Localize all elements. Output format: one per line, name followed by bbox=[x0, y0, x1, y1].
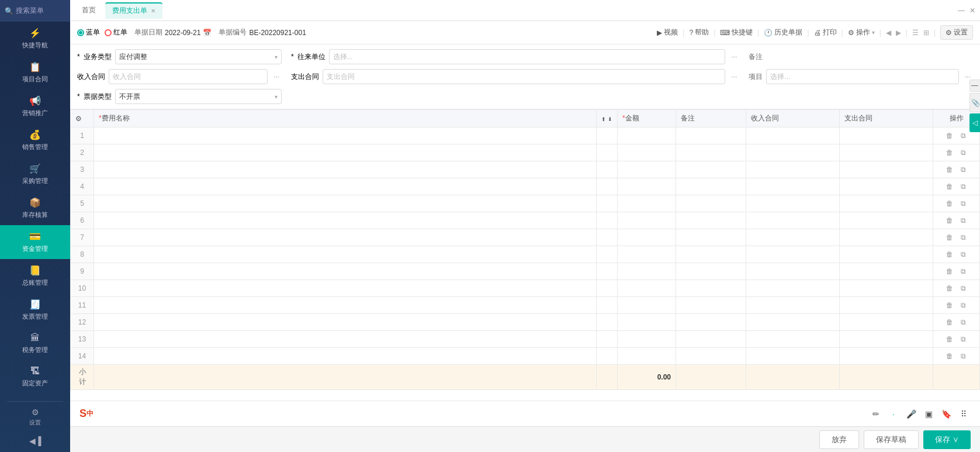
business-type-select[interactable]: 应付调整 ▾ bbox=[115, 49, 282, 64]
remark-cell[interactable] bbox=[676, 127, 746, 144]
copy-icon[interactable]: ⧉ bbox=[958, 265, 969, 277]
side-panel-btn-2[interactable]: 📎 bbox=[969, 93, 980, 112]
amount-cell[interactable] bbox=[618, 144, 676, 161]
copy-icon[interactable]: ⧉ bbox=[958, 299, 969, 311]
expense-name-cell[interactable] bbox=[94, 195, 597, 212]
invoice-type-select[interactable]: 不开票 ▾ bbox=[115, 89, 282, 104]
income-contract-cell[interactable] bbox=[746, 331, 840, 348]
amount-cell[interactable] bbox=[618, 127, 676, 144]
sidebar-bottom-volume[interactable]: ◀▐ bbox=[0, 432, 70, 452]
delete-icon[interactable]: 🗑 bbox=[944, 282, 955, 294]
sidebar-bottom-settings[interactable]: ⚙ 设置 bbox=[0, 403, 70, 432]
remark-cell[interactable] bbox=[676, 246, 746, 263]
bookmark-icon[interactable]: 🔖 bbox=[939, 407, 953, 421]
expense-contract-cell[interactable] bbox=[840, 280, 933, 297]
delete-icon[interactable]: 🗑 bbox=[944, 164, 955, 175]
tab-expense[interactable]: 费用支出单 ✕ bbox=[105, 2, 162, 19]
income-contract-cell[interactable] bbox=[746, 246, 840, 263]
calendar-icon[interactable]: 📅 bbox=[203, 29, 212, 37]
copy-icon[interactable]: ⧉ bbox=[958, 164, 969, 175]
income-contract-more-icon[interactable]: ··· bbox=[271, 73, 282, 81]
delete-icon[interactable]: 🗑 bbox=[944, 181, 955, 192]
amount-cell[interactable] bbox=[618, 246, 676, 263]
sidebar-item-capital[interactable]: 💳资金管理 bbox=[0, 225, 70, 259]
delete-icon[interactable]: 🗑 bbox=[944, 316, 955, 328]
expense-name-cell[interactable] bbox=[94, 314, 597, 331]
chart-icon[interactable]: ▣ bbox=[922, 407, 936, 421]
radio-blue[interactable]: 蓝单 bbox=[77, 27, 100, 37]
edit-icon[interactable]: ✏ bbox=[869, 407, 883, 421]
expense-contract-cell[interactable] bbox=[840, 263, 933, 280]
amount-cell[interactable] bbox=[618, 195, 676, 212]
remark-cell[interactable] bbox=[676, 314, 746, 331]
side-panel-btn-3[interactable]: ◁ bbox=[969, 113, 980, 132]
expense-contract-cell[interactable] bbox=[840, 212, 933, 229]
side-panel-btn-1[interactable]: | bbox=[969, 80, 980, 92]
settings-button[interactable]: ⚙ 设置 bbox=[940, 25, 973, 40]
amount-cell[interactable] bbox=[618, 348, 676, 365]
expense-name-cell[interactable] bbox=[94, 280, 597, 297]
delete-icon[interactable]: 🗑 bbox=[944, 130, 955, 142]
delete-icon[interactable]: 🗑 bbox=[944, 249, 955, 260]
history-action[interactable]: 🕐 历史单据 bbox=[764, 27, 802, 37]
expense-name-cell[interactable] bbox=[94, 178, 597, 195]
expense-name-cell[interactable] bbox=[94, 348, 597, 365]
amount-cell[interactable] bbox=[618, 280, 676, 297]
remark-cell[interactable] bbox=[676, 195, 746, 212]
sort-up-icon[interactable]: ⬆ bbox=[601, 116, 606, 122]
income-contract-cell[interactable] bbox=[746, 212, 840, 229]
amount-cell[interactable] bbox=[618, 161, 676, 178]
sidebar-item-project-contract[interactable]: 📋项目合同 bbox=[0, 56, 70, 89]
income-contract-cell[interactable] bbox=[746, 314, 840, 331]
income-contract-cell[interactable] bbox=[746, 195, 840, 212]
counterpart-more-icon[interactable]: ··· bbox=[729, 53, 739, 61]
expense-contract-cell[interactable] bbox=[840, 195, 933, 212]
window-close-icon[interactable]: ✕ bbox=[969, 6, 975, 15]
more-action[interactable]: ⚙ 操作 ▾ bbox=[848, 27, 875, 37]
remark-cell[interactable] bbox=[676, 229, 746, 246]
income-contract-cell[interactable] bbox=[746, 280, 840, 297]
expense-contract-more-icon[interactable]: ··· bbox=[729, 73, 739, 81]
sidebar-item-sales[interactable]: 💰销售管理 bbox=[0, 123, 70, 157]
remark-cell[interactable] bbox=[676, 297, 746, 314]
delete-icon[interactable]: 🗑 bbox=[944, 232, 955, 243]
counterpart-input[interactable]: 选择... bbox=[329, 49, 726, 64]
copy-icon[interactable]: ⧉ bbox=[958, 249, 969, 260]
expense-name-cell[interactable] bbox=[94, 297, 597, 314]
income-contract-cell[interactable] bbox=[746, 348, 840, 365]
sidebar-item-quick-nav[interactable]: ⚡快捷导航 bbox=[0, 22, 70, 56]
sidebar-item-purchase[interactable]: 🛒采购管理 bbox=[0, 157, 70, 191]
expense-name-cell[interactable] bbox=[94, 331, 597, 348]
amount-cell[interactable] bbox=[618, 178, 676, 195]
delete-icon[interactable]: 🗑 bbox=[944, 215, 955, 226]
remark-cell[interactable] bbox=[676, 144, 746, 161]
discard-button[interactable]: 放弃 bbox=[819, 430, 859, 449]
project-input[interactable]: 选择... bbox=[766, 69, 959, 84]
income-contract-cell[interactable] bbox=[746, 144, 840, 161]
expense-name-cell[interactable] bbox=[94, 161, 597, 178]
sidebar-item-tax[interactable]: 🏛税务管理 bbox=[0, 327, 70, 360]
sidebar-item-marketing[interactable]: 📢营销推广 bbox=[0, 89, 70, 123]
income-contract-cell[interactable] bbox=[746, 297, 840, 314]
remark-cell[interactable] bbox=[676, 331, 746, 348]
income-contract-cell[interactable] bbox=[746, 161, 840, 178]
remark-cell[interactable] bbox=[676, 280, 746, 297]
expense-contract-cell[interactable] bbox=[840, 229, 933, 246]
copy-icon[interactable]: ⧉ bbox=[958, 147, 969, 158]
tab-close-icon[interactable]: ✕ bbox=[151, 8, 155, 14]
grid-view-icon[interactable]: ⊞ bbox=[923, 29, 929, 37]
help-action[interactable]: ? 帮助 bbox=[689, 27, 709, 37]
income-contract-cell[interactable] bbox=[746, 229, 840, 246]
amount-cell[interactable] bbox=[618, 229, 676, 246]
expense-contract-cell[interactable] bbox=[840, 144, 933, 161]
copy-icon[interactable]: ⧉ bbox=[958, 130, 969, 142]
delete-icon[interactable]: 🗑 bbox=[944, 350, 955, 362]
delete-icon[interactable]: 🗑 bbox=[944, 265, 955, 277]
amount-cell[interactable] bbox=[618, 331, 676, 348]
amount-cell[interactable] bbox=[618, 314, 676, 331]
shortcut-action[interactable]: ⌨ 快捷键 bbox=[720, 27, 753, 37]
window-minimize-icon[interactable]: — bbox=[958, 6, 965, 15]
expense-name-cell[interactable] bbox=[94, 144, 597, 161]
income-contract-cell[interactable] bbox=[746, 263, 840, 280]
nav-right-icon[interactable]: ▶ bbox=[896, 29, 901, 37]
